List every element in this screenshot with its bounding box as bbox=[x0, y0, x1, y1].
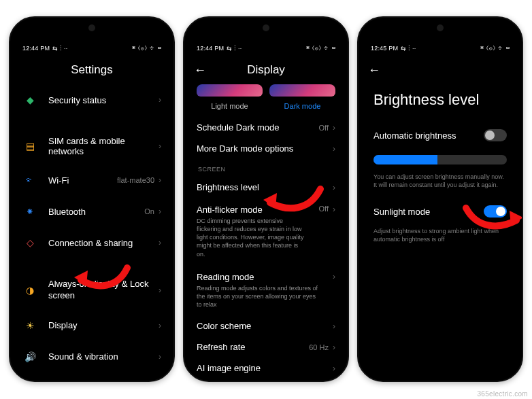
chevron-right-icon: › bbox=[159, 321, 161, 330]
row-brightness-level[interactable]: Brightness level › bbox=[184, 177, 348, 198]
chevron-right-icon: › bbox=[159, 238, 161, 247]
row-always-on-display[interactable]: ◑ Always-on display & Lock screen › bbox=[10, 271, 173, 310]
status-bar: 12:44 PM ⇆ ⵗ ·· ⁕ ⟨⊙⟩ ᯤ ▭ bbox=[184, 37, 348, 56]
dark-mode-preview bbox=[269, 84, 335, 97]
page-title: Settings bbox=[10, 63, 173, 77]
row-anti-flicker[interactable]: Anti-flicker mode DC dimming prevents ex… bbox=[184, 198, 348, 265]
status-left-icons: ⇆ ⵗ ·· bbox=[401, 45, 416, 52]
toggle-auto-brightness[interactable] bbox=[484, 129, 507, 141]
chevron-right-icon: › bbox=[159, 95, 161, 105]
header: ← Display bbox=[184, 56, 348, 84]
sun-icon: ☀ bbox=[22, 320, 37, 331]
brightness-slider[interactable] bbox=[373, 155, 507, 164]
chevron-right-icon: › bbox=[159, 141, 161, 151]
row-schedule-dark-mode[interactable]: Schedule Dark mode Off › bbox=[184, 117, 348, 138]
row-label: Always-on display & Lock screen bbox=[48, 279, 159, 302]
chevron-right-icon: › bbox=[159, 175, 161, 185]
page-title: Brightness level bbox=[359, 84, 522, 121]
sunlight-note: Adjust brightness to strong ambient ligh… bbox=[359, 226, 522, 251]
status-right-icons: ⁕ ⟨⊙⟩ ᯤ ▭ bbox=[481, 45, 510, 52]
row-label: AI image engine bbox=[197, 363, 333, 373]
row-sound-vibration[interactable]: 🔊 Sound & vibration › bbox=[10, 341, 173, 372]
header: Settings bbox=[10, 56, 173, 84]
header: ← bbox=[359, 56, 522, 84]
row-sim-cards[interactable]: ▤ SIM cards & mobile networks › bbox=[10, 128, 173, 164]
row-label: Anti-flicker mode bbox=[197, 205, 319, 215]
row-label: Notifications & Control center bbox=[48, 381, 159, 382]
brightness-slider-fill bbox=[373, 155, 437, 164]
light-mode-preview bbox=[197, 84, 263, 97]
status-left-icons: ⇆ ⵗ ·· bbox=[227, 45, 242, 52]
row-label: Refresh rate bbox=[197, 342, 309, 352]
row-refresh-rate[interactable]: Refresh rate 60 Hz › bbox=[184, 336, 348, 358]
status-time: 12:45 PM bbox=[371, 45, 398, 52]
chevron-right-icon: › bbox=[159, 352, 161, 362]
chevron-right-icon: › bbox=[333, 322, 335, 331]
phone-settings: 12:44 PM ⇆ ⵗ ·· ⁕ ⟨⊙⟩ ᯤ ▭ Settings ◆ Sec… bbox=[9, 16, 175, 382]
row-value: On bbox=[144, 207, 154, 215]
speaker-icon: 🔊 bbox=[22, 351, 37, 362]
back-button[interactable]: ← bbox=[368, 63, 384, 77]
shield-icon: ◆ bbox=[22, 94, 37, 105]
chevron-right-icon: › bbox=[159, 207, 161, 216]
row-label: Connection & sharing bbox=[48, 238, 159, 248]
light-mode-option[interactable]: Light mode bbox=[197, 84, 263, 114]
row-label: Schedule Dark mode bbox=[197, 122, 319, 133]
chevron-right-icon: › bbox=[333, 144, 335, 154]
row-subtext: Reading mode adjusts colors and textures… bbox=[197, 284, 333, 309]
row-label: Display bbox=[48, 320, 159, 330]
row-label: Brightness level bbox=[197, 182, 333, 192]
row-ai-image-engine[interactable]: AI image engine › bbox=[184, 358, 348, 379]
chevron-right-icon: › bbox=[159, 285, 161, 295]
toggle-sunlight-mode[interactable] bbox=[484, 205, 507, 218]
phone-display: 12:44 PM ⇆ ⵗ ·· ⁕ ⟨⊙⟩ ᯤ ▭ ← Display Ligh… bbox=[183, 16, 349, 382]
bluetooth-icon: ⁕ bbox=[22, 206, 37, 217]
row-display[interactable]: ☀ Display › bbox=[10, 310, 173, 341]
row-bluetooth[interactable]: ⁕ Bluetooth On › bbox=[10, 196, 173, 227]
dark-mode-option[interactable]: Dark mode bbox=[269, 84, 335, 114]
watermark: 365electric.com bbox=[477, 390, 528, 398]
chevron-right-icon: › bbox=[333, 183, 335, 192]
brightness-note: You can adjust screen brightness manuall… bbox=[359, 171, 522, 197]
wifi-icon: ᯤ bbox=[22, 175, 37, 186]
status-left-icons: ⇆ ⵗ ·· bbox=[52, 45, 67, 52]
row-label: Reading mode bbox=[197, 272, 333, 282]
phone-brightness: 12:45 PM ⇆ ⵗ ·· ⁕ ⟨⊙⟩ ᯤ ▭ ← Brightness l… bbox=[357, 16, 523, 382]
status-time: 12:44 PM bbox=[22, 45, 50, 52]
status-bar: 12:44 PM ⇆ ⵗ ·· ⁕ ⟨⊙⟩ ᯤ ▭ bbox=[10, 37, 173, 56]
chevron-right-icon: › bbox=[333, 272, 335, 281]
row-reading-mode[interactable]: Reading mode Reading mode adjusts colors… bbox=[184, 265, 348, 315]
lock-icon: ◑ bbox=[22, 285, 37, 296]
theme-mode-selector: Light mode Dark mode bbox=[184, 84, 348, 117]
row-value: Off bbox=[319, 205, 329, 213]
row-auto-brightness[interactable]: Automatic brightness bbox=[359, 121, 522, 150]
row-sunlight-mode[interactable]: Sunlight mode bbox=[359, 197, 522, 226]
row-label: Color scheme bbox=[197, 321, 333, 331]
row-color-scheme[interactable]: Color scheme › bbox=[184, 315, 348, 336]
status-time: 12:44 PM bbox=[197, 45, 224, 52]
row-value: 60 Hz bbox=[309, 343, 329, 351]
status-right-icons: ⁕ ⟨⊙⟩ ᯤ ▭ bbox=[307, 45, 335, 52]
row-label: Bluetooth bbox=[48, 207, 144, 217]
row-value: Off bbox=[319, 124, 329, 132]
dark-mode-label: Dark mode bbox=[269, 97, 335, 114]
sim-icon: ▤ bbox=[22, 141, 37, 152]
camera-notch bbox=[437, 24, 444, 31]
page-title: Display bbox=[184, 63, 348, 77]
status-right-icons: ⁕ ⟨⊙⟩ ᯤ ▭ bbox=[133, 45, 161, 52]
row-more-dark-options[interactable]: More Dark mode options › bbox=[184, 138, 348, 159]
row-connection-sharing[interactable]: ◇ Connection & sharing › bbox=[10, 227, 173, 258]
chevron-right-icon: › bbox=[333, 205, 335, 214]
row-notifications[interactable]: ▣ Notifications & Control center › bbox=[10, 372, 173, 382]
settings-list[interactable]: ◆ Security status › ▤ SIM cards & mobile… bbox=[10, 84, 173, 382]
status-bar: 12:45 PM ⇆ ⵗ ·· ⁕ ⟨⊙⟩ ᯤ ▭ bbox=[359, 37, 522, 56]
row-label: Sound & vibration bbox=[48, 351, 159, 362]
section-screen-label: SCREEN bbox=[184, 159, 348, 177]
row-security-status[interactable]: ◆ Security status › bbox=[10, 84, 173, 116]
row-label: Wi-Fi bbox=[48, 175, 117, 186]
share-icon: ◇ bbox=[22, 237, 37, 248]
chevron-right-icon: › bbox=[333, 364, 335, 373]
camera-notch bbox=[263, 24, 269, 31]
row-wifi[interactable]: ᯤ Wi-Fi flat-mate30 › bbox=[10, 164, 173, 196]
camera-notch bbox=[88, 24, 95, 31]
